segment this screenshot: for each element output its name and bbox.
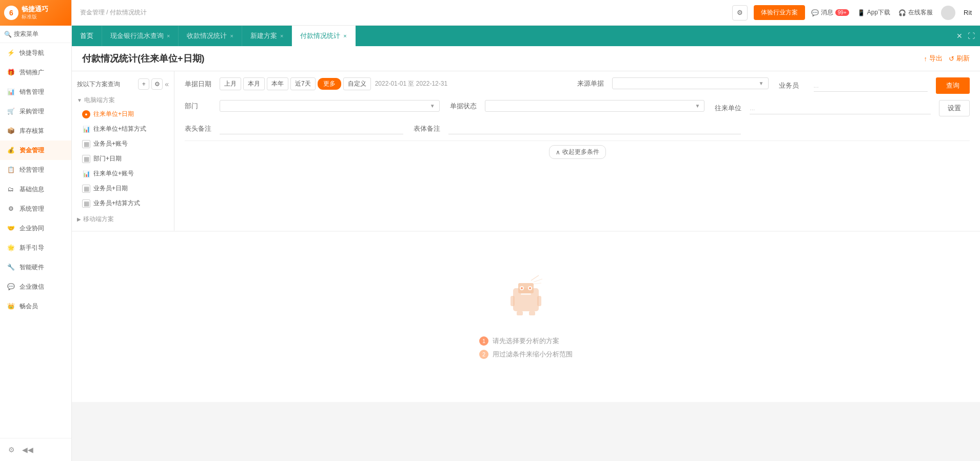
tip-2-text: 用过滤条件来缩小分析范围	[493, 348, 573, 361]
sidebar-item-marketing[interactable]: 🎁 营销推广	[0, 63, 71, 82]
tip-1-text: 请先选择要分析的方案	[493, 334, 559, 348]
svg-line-11	[531, 275, 539, 280]
sidebar-header: 6 畅捷通巧 标准版	[0, 0, 71, 26]
logo-sub: 标准版	[22, 13, 48, 21]
scheme-item-salesman-date[interactable]: ▦业务员+日期	[72, 181, 174, 196]
tab-close-bank-flow[interactable]: ×	[167, 33, 170, 39]
nav-icon-basic: 🗂	[6, 185, 15, 194]
tab-close-payment-stats[interactable]: ×	[343, 33, 346, 39]
tip-1-num: 1	[479, 336, 488, 346]
collapse-icon: ∧	[556, 149, 560, 156]
scheme-item-chart-icon: 📊	[82, 170, 90, 178]
scheme-item-table-icon: ▦	[82, 199, 90, 208]
scheme-item-salesman-settle[interactable]: ▦业务员+结算方式	[72, 196, 174, 211]
nav-icon-marketing: 🎁	[6, 68, 15, 77]
nav-icon-sales: 📊	[6, 87, 15, 96]
sidebar-item-system[interactable]: ⚙ 系统管理	[0, 199, 71, 218]
scheme-category-mobile[interactable]: ▶ 移动端方案	[72, 213, 174, 226]
sidebar-item-guide[interactable]: 🌟 新手引导	[0, 238, 71, 257]
empty-tip-1: 1 请先选择要分析的方案	[479, 334, 573, 348]
settings-button[interactable]: 设置	[939, 100, 970, 116]
export-button[interactable]: ↑ 导出	[924, 54, 943, 63]
source-label: 来源单据	[577, 79, 608, 88]
source-select[interactable]: ▼	[612, 77, 769, 89]
scheme-item-table-icon: ▦	[82, 140, 90, 148]
sidebar-item-enterprise[interactable]: 🤝 企业协同	[0, 218, 71, 238]
source-select-arrow: ▼	[759, 81, 764, 86]
app-download-item[interactable]: 📱 App下载	[857, 8, 890, 17]
nav-label-capital: 资金管理	[19, 146, 44, 155]
custom-btn[interactable]: 自定义	[343, 77, 371, 90]
nav-label-basic: 基础信息	[19, 185, 44, 194]
header-note-label: 表头备注	[185, 124, 215, 133]
topbar-settings-icon[interactable]: ⚙	[732, 5, 748, 21]
expand-icon[interactable]: ⛶	[968, 32, 975, 40]
sidebar-item-hardware[interactable]: 🔧 智能硬件	[0, 257, 71, 277]
current-month-btn[interactable]: 本月	[243, 77, 265, 90]
more-btn[interactable]: 更多	[318, 78, 341, 90]
scheme-panel-title: 按以下方案查询	[77, 80, 120, 89]
voucher-status-select[interactable]: ▼	[485, 100, 705, 112]
category-arrow-icon: ▼	[77, 97, 82, 103]
sidebar-item-purchase[interactable]: 🛒 采购管理	[0, 102, 71, 121]
scheme-item-salesman-account[interactable]: ▦业务员+账号	[72, 136, 174, 151]
collapse-more-button[interactable]: ∧ 收起更多条件	[549, 145, 606, 159]
refresh-button[interactable]: ↺ 刷新	[949, 54, 970, 63]
collapse-sidebar-icon[interactable]: ◀◀	[22, 444, 34, 456]
header-note-input[interactable]	[220, 123, 403, 134]
scheme-item-table-icon: ▦	[82, 155, 90, 163]
tab-receipt-stats[interactable]: 收款情况统计×	[179, 26, 242, 46]
filter-row-1: 单据日期 上月 本月 本年 近7天 更多 自定义 2022-01-01 至 20…	[185, 77, 970, 94]
collapse-scheme-button[interactable]: «	[165, 80, 169, 88]
page-content-area: 付款情况统计(往来单位+日期) ↑ 导出 ↺ 刷新 按以下方案查询 +	[72, 46, 980, 461]
dept-select[interactable]: ▼	[220, 100, 440, 112]
svg-rect-9	[517, 311, 523, 315]
counterpart-label: 往来单位	[715, 104, 746, 113]
scheme-item-unit-date[interactable]: ●往来单位+日期	[72, 107, 174, 122]
app-label: App下载	[867, 8, 890, 17]
sidebar-item-wechat[interactable]: 💬 企业微信	[0, 277, 71, 296]
logo-name: 畅捷通巧	[22, 5, 48, 13]
close-all-icon[interactable]: ✕	[956, 32, 963, 40]
page-header: 付款情况统计(往来单位+日期) ↑ 导出 ↺ 刷新	[72, 46, 980, 71]
current-year-btn[interactable]: 本年	[267, 77, 288, 90]
sidebar-item-operation[interactable]: 📋 经营管理	[0, 160, 71, 179]
topbar: 资金管理 / 付款情况统计 ⚙ 体验行业方案 💬 消息 99+ 📱 App下载 …	[72, 0, 980, 26]
last-month-btn[interactable]: 上月	[220, 77, 241, 90]
mobile-arrow-icon: ▶	[77, 216, 81, 222]
tab-bank-flow[interactable]: 现金银行流水查询×	[102, 26, 179, 46]
scheme-item-unit-settle[interactable]: 📊往来单位+结算方式	[72, 122, 174, 136]
message-item[interactable]: 💬 消息 99+	[811, 8, 849, 17]
search-menu[interactable]: 🔍 搜索菜单	[0, 26, 71, 43]
tab-close-new-scheme[interactable]: ×	[280, 33, 283, 39]
sidebar-item-inventory[interactable]: 📦 库存核算	[0, 121, 71, 141]
add-scheme-button[interactable]: +	[138, 78, 149, 90]
scheme-item-dept-date[interactable]: ▦部门+日期	[72, 151, 174, 166]
sidebar-item-basic[interactable]: 🗂 基础信息	[0, 179, 71, 199]
tab-payment-stats[interactable]: 付款情况统计×	[292, 26, 355, 46]
scheme-item-unit-account[interactable]: 📊往来单位+账号	[72, 166, 174, 181]
sidebar-item-capital[interactable]: 💰 资金管理	[0, 141, 71, 160]
scheme-settings-button[interactable]: ⚙	[151, 78, 163, 90]
svg-point-4	[521, 287, 523, 289]
sidebar-item-quick-nav[interactable]: ⚡ 快捷导航	[0, 43, 71, 63]
salesman-input[interactable]	[814, 80, 928, 92]
query-button[interactable]: 查询	[936, 77, 970, 94]
counterpart-input[interactable]	[750, 103, 931, 114]
tab-close-receipt-stats[interactable]: ×	[230, 33, 233, 39]
tab-home[interactable]: 首页	[72, 26, 102, 46]
date-buttons-group: 上月 本月 本年 近7天 更多 自定义	[220, 77, 371, 90]
gear-icon[interactable]: ⚙	[5, 444, 17, 456]
trial-button[interactable]: 体验行业方案	[754, 5, 805, 20]
scheme-item-label: 部门+日期	[93, 154, 122, 163]
sidebar-item-sales[interactable]: 📊 销售管理	[0, 82, 71, 102]
user-name[interactable]: Rit	[964, 9, 972, 16]
user-avatar[interactable]	[941, 6, 955, 20]
tab-new-scheme[interactable]: 新建方案×	[242, 26, 292, 46]
body-note-input[interactable]	[448, 123, 741, 134]
online-service-item[interactable]: 🎧 在线客服	[898, 8, 933, 17]
sidebar-item-member[interactable]: 👑 畅会员	[0, 296, 71, 316]
last-7days-btn[interactable]: 近7天	[290, 77, 316, 90]
scheme-category-desktop[interactable]: ▼ 电脑端方案	[72, 94, 174, 107]
sidebar-nav: ⚡ 快捷导航 🎁 营销推广 📊 销售管理 🛒 采购管理 📦 库存核算 💰 资金管…	[0, 43, 71, 438]
